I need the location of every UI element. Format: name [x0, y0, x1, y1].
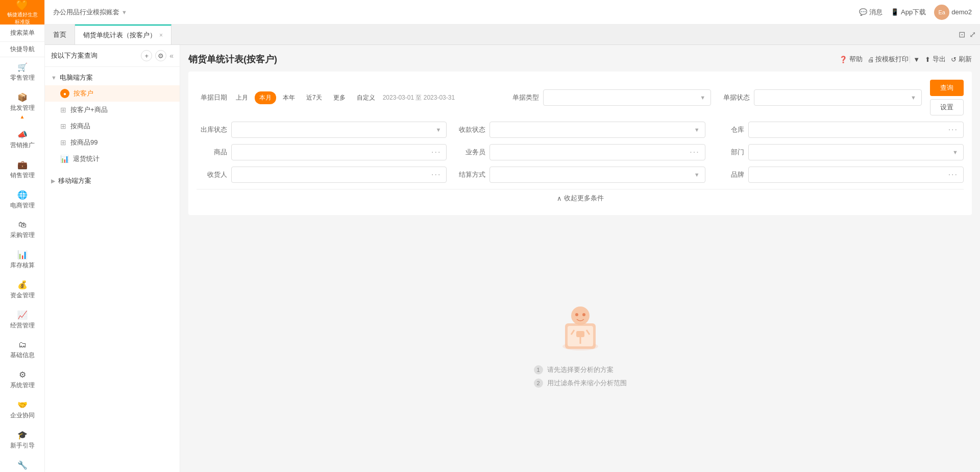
- query-btn[interactable]: 查询: [930, 80, 964, 96]
- header-left: 办公用品行业模拟账套 ▼: [53, 8, 127, 17]
- sidebar-item-basic-label: 基础信息: [10, 351, 35, 360]
- tab-spacer: [172, 25, 954, 44]
- settlement-arrow: ▼: [694, 172, 700, 178]
- date-btn-this-month[interactable]: 本月: [255, 91, 276, 104]
- breadcrumb-text: 办公用品行业模拟账套: [53, 8, 119, 17]
- sidebar-item-inventory[interactable]: 📊 库存核算: [0, 245, 44, 275]
- scheme-item-by-product[interactable]: ⊞ 按商品: [45, 118, 180, 134]
- stock-status-label: 出库状态: [197, 125, 227, 134]
- mobile-scheme-header[interactable]: ▶ 移动端方案: [45, 173, 180, 188]
- scheme-item-by-product99[interactable]: ⊞ 按商品99: [45, 134, 180, 151]
- marketing-icon: 📣: [17, 130, 28, 139]
- main-area: 办公用品行业模拟账套 ▼ 💬 消息 📱 App下载 Ea demo2 首页: [45, 0, 980, 472]
- desktop-scheme-header[interactable]: ▼ 电脑端方案: [45, 70, 180, 85]
- scheme-grid-icon-2: ⊞: [60, 122, 66, 130]
- enterprise-icon: 🤝: [17, 400, 28, 410]
- tab-sales-stats[interactable]: 销货单统计表（按客户） ×: [75, 25, 172, 44]
- date-btn-custom[interactable]: 自定义: [352, 91, 380, 104]
- order-type-select[interactable]: ▼: [543, 89, 711, 106]
- order-status-select[interactable]: ▼: [754, 89, 922, 106]
- sidebar-item-system[interactable]: ⚙ 系统管理: [0, 365, 44, 395]
- empty-illustration: [550, 298, 611, 359]
- date-btn-this-year[interactable]: 本年: [278, 91, 300, 104]
- date-btn-more[interactable]: 更多: [329, 91, 350, 104]
- message-btn[interactable]: 💬 消息: [859, 8, 883, 17]
- refresh-btn[interactable]: ↺ 刷新: [951, 55, 972, 64]
- date-btn-last-month[interactable]: 上月: [231, 91, 253, 104]
- scheme-item-by-customer-product[interactable]: ⊞ 按客户+商品: [45, 102, 180, 118]
- mobile-scheme-arrow: ▶: [51, 178, 55, 184]
- tab-bar-actions: ⊡ ⤢: [954, 25, 980, 44]
- tab-maximize-icon[interactable]: ⤢: [969, 30, 976, 39]
- payment-status-arrow: ▼: [694, 127, 700, 133]
- salesperson-select[interactable]: ···: [489, 144, 705, 160]
- date-btn-7days[interactable]: 近7天: [302, 91, 327, 104]
- help-label: 帮助: [849, 55, 863, 64]
- brand-label: 品牌: [714, 170, 744, 179]
- scheme-item-by-customer-label: 按客户: [74, 89, 93, 98]
- settlement-select[interactable]: ▼: [489, 167, 705, 183]
- collapse-panel-btn[interactable]: «: [169, 52, 174, 60]
- settings-btn[interactable]: 设置: [930, 99, 964, 115]
- app-download-btn[interactable]: 📱 App下载: [891, 8, 926, 17]
- sidebar-quick-nav[interactable]: 快捷导航: [0, 42, 44, 57]
- scheme-item-by-customer-product-label: 按客户+商品: [70, 105, 108, 114]
- sidebar-item-marketing[interactable]: 📣 营销推广: [0, 125, 44, 155]
- export-label: 导出: [933, 55, 946, 64]
- order-status-label: 单据状态: [719, 93, 750, 102]
- sidebar-item-basic[interactable]: 🗂 基础信息: [0, 335, 44, 365]
- logo-text: 畅捷通好生意: [7, 11, 38, 18]
- warehouse-select[interactable]: ···: [748, 122, 964, 138]
- product-select[interactable]: ···: [231, 144, 447, 160]
- sidebar-item-marketing-label: 营销推广: [10, 141, 35, 150]
- scheme-item-by-customer[interactable]: ● 按客户: [45, 85, 180, 102]
- sidebar-search[interactable]: 搜索菜单: [0, 25, 44, 42]
- breadcrumb-select[interactable]: 办公用品行业模拟账套 ▼: [53, 8, 127, 17]
- sidebar-item-finance[interactable]: 💰 资金管理: [0, 275, 44, 305]
- refresh-icon: ↺: [951, 56, 957, 63]
- sidebar-item-purchase[interactable]: 🛍 采购管理: [0, 215, 44, 245]
- sidebar-item-wholesale[interactable]: 📦 批发管理 ▲: [0, 87, 44, 125]
- sidebar-item-sales[interactable]: 💼 销售管理: [0, 155, 44, 185]
- sidebar-item-retail[interactable]: 🛒 零售管理: [0, 57, 44, 87]
- recipient-select[interactable]: ···: [231, 167, 447, 183]
- sidebar-item-newbie[interactable]: 🎓 新手引导: [0, 425, 44, 455]
- product-dots: ···: [431, 148, 441, 157]
- settings-scheme-btn[interactable]: ⚙: [155, 50, 166, 61]
- refresh-label: 刷新: [959, 55, 972, 64]
- print-dropdown-icon[interactable]: ▼: [910, 56, 920, 63]
- sidebar-item-operations-label: 经营管理: [10, 321, 35, 330]
- sidebar-item-app-center[interactable]: 🔧 应用中心: [0, 455, 44, 472]
- empty-tip-2-text: 用过滤条件来缩小分析范围: [547, 379, 627, 388]
- stock-status-select[interactable]: ▼: [231, 122, 447, 138]
- scheme-item-return-stats[interactable]: 📊 退货统计: [45, 151, 180, 167]
- tab-restore-icon[interactable]: ⊡: [959, 30, 965, 39]
- payment-status-select[interactable]: ▼: [489, 122, 705, 138]
- filter-col-product: 商品 ···: [197, 144, 447, 160]
- sidebar-item-operations[interactable]: 📈 经营管理: [0, 305, 44, 335]
- filter-row-3: 商品 ··· 业务员 ··· 部门: [197, 144, 964, 160]
- svg-point-4: [575, 313, 578, 316]
- user-profile-btn[interactable]: Ea demo2: [934, 5, 972, 20]
- print-btn[interactable]: 🖨 按模板打印 ▼: [868, 55, 920, 64]
- sidebar-item-wholesale-label: 批发管理: [10, 104, 35, 112]
- collapse-bar[interactable]: ∧ 收起更多条件: [197, 189, 964, 207]
- warehouse-label: 仓库: [714, 125, 744, 134]
- svg-point-5: [582, 313, 585, 316]
- export-btn[interactable]: ⬆ 导出: [925, 55, 946, 64]
- payment-status-label: 收款状态: [455, 125, 485, 134]
- sidebar-item-newbie-label: 新手引导: [10, 441, 35, 450]
- sidebar-item-enterprise[interactable]: 🤝 企业协同: [0, 395, 44, 425]
- right-panel: 销货单统计表(按客户) ❓ 帮助 🖨 按模板打印 ▼ ⬆ 导出: [180, 45, 980, 472]
- department-select[interactable]: ▼: [748, 144, 964, 160]
- tip-num-2: 2: [534, 379, 543, 388]
- tab-home[interactable]: 首页: [45, 25, 75, 44]
- brand-select[interactable]: ···: [748, 167, 964, 183]
- help-btn[interactable]: ❓ 帮助: [839, 55, 863, 64]
- tab-close-icon[interactable]: ×: [159, 32, 163, 39]
- sidebar-item-ecommerce[interactable]: 🌐 电商管理: [0, 185, 44, 215]
- message-icon: 💬: [859, 8, 867, 16]
- add-scheme-btn[interactable]: +: [141, 50, 152, 61]
- recipient-label: 收货人: [197, 170, 227, 179]
- scheme-item-by-product-label: 按商品: [70, 122, 90, 131]
